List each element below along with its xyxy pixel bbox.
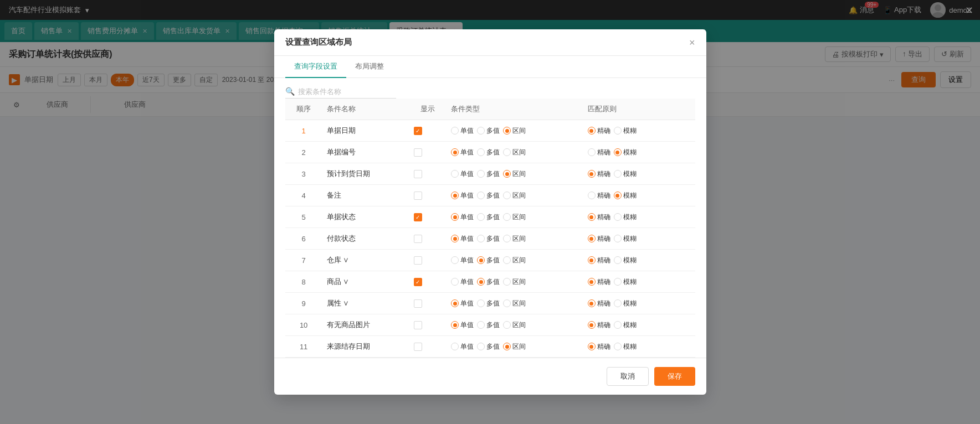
modal-tab-layout[interactable]: 布局调整	[346, 56, 393, 78]
search-input[interactable]	[298, 87, 387, 96]
modal-tabs: 查询字段设置 布局调整	[274, 56, 706, 78]
th-display: 显示	[409, 99, 447, 117]
modal-body: 顺序 条件名称 显示 条件类型 匹配原则 1单据日期✓单值多值区间精确模糊2单据…	[274, 99, 706, 117]
search-box: 🔍	[285, 85, 396, 99]
search-icon: 🔍	[285, 87, 295, 96]
modal-tab-query-fields[interactable]: 查询字段设置	[285, 56, 346, 78]
modal-search-area: 🔍	[274, 78, 706, 99]
th-name: 条件名称	[322, 99, 409, 117]
conditions-table: 顺序 条件名称 显示 条件类型 匹配原则 1单据日期✓单值多值区间精确模糊2单据…	[285, 99, 695, 117]
th-type: 条件类型	[447, 99, 583, 117]
th-order: 顺序	[285, 99, 322, 117]
settings-modal: 设置查询区域布局 × 查询字段设置 布局调整 🔍 顺序	[274, 29, 706, 117]
modal-header: 设置查询区域布局 ×	[274, 29, 706, 56]
modal-close-button[interactable]: ×	[689, 38, 695, 48]
modal-title: 设置查询区域布局	[285, 37, 352, 48]
modal-overlay: 设置查询区域布局 × 查询字段设置 布局调整 🔍 顺序	[0, 0, 980, 117]
th-match: 匹配原则	[583, 99, 695, 117]
